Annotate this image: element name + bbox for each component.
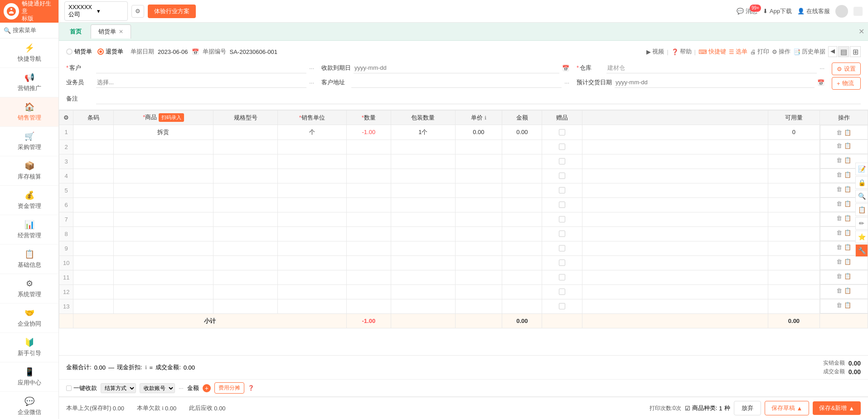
delete-icon[interactable]: 🗑 [836, 215, 842, 224]
delete-icon[interactable]: 🗑 [836, 287, 842, 296]
action-choose[interactable]: ☰ 选单 [729, 48, 747, 56]
delete-icon[interactable]: 🗑 [836, 273, 842, 282]
cash-discount-info[interactable]: ℹ [145, 365, 147, 371]
rfloat-copy[interactable]: 📋 [855, 203, 868, 216]
customer-address-input[interactable] [351, 77, 562, 88]
user-avatar[interactable] [835, 5, 848, 18]
delete-icon[interactable]: 🗑 [836, 200, 842, 209]
close-all-icon[interactable]: ✕ [858, 28, 864, 35]
pack-qty-cell[interactable]: 1个 [391, 125, 455, 140]
customer-picker-btn[interactable]: ··· [309, 65, 314, 72]
warehouse-picker-btn[interactable]: ··· [820, 65, 824, 72]
rfloat-lock[interactable]: 🔒 [855, 176, 868, 189]
online-service-btn[interactable]: 👤 在线客服 [797, 7, 830, 15]
copy-icon[interactable]: 📋 [844, 215, 851, 224]
amount-cell[interactable]: 0.00 [502, 125, 542, 140]
rfloat-tool[interactable]: 🔧 [855, 244, 868, 257]
tab-home[interactable]: 首页 [63, 25, 89, 39]
action-print[interactable]: 🖨 打印 [750, 48, 769, 56]
copy-icon[interactable]: 📋 [844, 287, 851, 296]
sidebar-item-finance[interactable]: 💰 资金管理 [0, 186, 58, 215]
remarks-input[interactable] [96, 93, 861, 104]
sidebar-item-operations[interactable]: 📊 经营管理 [0, 215, 58, 245]
unit-price-cell[interactable]: 0.00 [455, 125, 502, 140]
delete-icon[interactable]: 🗑 [836, 186, 842, 195]
action-help[interactable]: ❓ 帮助 [671, 48, 692, 56]
rfloat-pencil[interactable]: ✏ [855, 217, 868, 230]
col-gear[interactable]: ⚙ [59, 111, 73, 125]
action-history[interactable]: 📑 历史单据 [793, 48, 825, 56]
sidebar-item-enterprise[interactable]: 🤝 企业协同 [0, 303, 58, 333]
form-logistics-btn[interactable]: + 物流 [832, 77, 861, 90]
company-selector[interactable]: XXXXXX公司 ▾ [64, 1, 128, 21]
delivery-date-calendar-icon[interactable]: 📅 [817, 79, 824, 86]
calendar-icon[interactable]: 📅 [192, 48, 199, 55]
list-view-btn[interactable]: ▤ [838, 46, 849, 57]
rfloat-edit[interactable]: 📝 [855, 163, 868, 175]
action-operate[interactable]: ⚙ 操作 [772, 48, 790, 56]
spec-cell[interactable] [213, 125, 277, 140]
sidebar-item-purchase[interactable]: 🛒 采购管理 [0, 127, 58, 156]
copy-icon[interactable]: 📋 [844, 200, 851, 209]
salesman-picker-btn[interactable]: ··· [309, 79, 314, 86]
tab-close-all[interactable]: ✕ [858, 27, 864, 36]
product-cell[interactable]: 拆贡 [113, 125, 213, 140]
sidebar-item-system[interactable]: ⚙ 系统管理 [0, 274, 58, 303]
copy-icon[interactable]: 📋 [844, 129, 851, 136]
copy-icon[interactable]: 📋 [844, 229, 851, 238]
sidebar-item-quick-nav[interactable]: ⚡ 快捷导航 [0, 39, 58, 68]
unit-cell[interactable]: 个 [277, 125, 346, 140]
expense-info[interactable]: ❓ [248, 385, 254, 391]
notification-badge[interactable]: 💬 消息 99+ [737, 7, 757, 15]
delete-icon[interactable]: 🗑 [836, 157, 842, 166]
radio-return[interactable]: 退货单 [97, 48, 123, 56]
add-payment-btn[interactable]: + [203, 384, 211, 392]
expense-split-btn[interactable]: 费用分摊 [214, 382, 244, 394]
app-download-btn[interactable]: ⬇ App下载 [763, 7, 792, 15]
copy-icon[interactable]: 📋 [844, 244, 851, 253]
delete-icon[interactable]: 🗑 [836, 129, 842, 136]
scan-button[interactable]: 扫码录入 [159, 113, 184, 122]
copy-icon[interactable]: 📋 [844, 142, 851, 151]
rfloat-star[interactable]: ⭐ [855, 231, 868, 243]
form-settings-btn[interactable]: ⚙ 设置 [832, 63, 861, 75]
topbar-settings-btn[interactable]: ⚙ [131, 5, 144, 18]
payment-date-input[interactable] [354, 63, 559, 73]
tab-close-icon[interactable]: ✕ [119, 29, 123, 35]
settlement-method-select[interactable]: 结算方式 [101, 383, 136, 393]
sidebar-search[interactable]: 🔍 搜索菜单 [0, 23, 58, 39]
copy-icon[interactable]: 📋 [844, 171, 851, 180]
salesman-input[interactable] [96, 77, 306, 88]
delete-icon[interactable]: 🗑 [836, 142, 842, 151]
trial-button[interactable]: 体验行业方案 [148, 5, 196, 18]
delete-icon[interactable]: 🗑 [836, 302, 842, 311]
action-video[interactable]: ▶ 视频 [646, 48, 664, 56]
barcode-cell[interactable] [73, 125, 113, 140]
tab-sales-order[interactable]: 销货单 ✕ [91, 24, 131, 39]
copy-icon[interactable]: 📋 [844, 258, 851, 267]
delete-icon[interactable]: 🗑 [836, 258, 842, 267]
copy-icon[interactable]: 📋 [844, 302, 851, 311]
grid-view-btn[interactable]: ⊞ [850, 46, 861, 57]
sidebar-item-basic[interactable]: 📋 基础信息 [0, 245, 58, 274]
delete-icon[interactable]: 🗑 [836, 229, 842, 238]
account-select[interactable]: 收款账号 [140, 383, 175, 393]
prev-btn[interactable]: ◀ [828, 46, 837, 57]
delivery-date-input[interactable] [615, 77, 815, 88]
product-type-checkbox[interactable]: ☑ [685, 405, 690, 412]
payment-date-calendar-icon[interactable]: 📅 [562, 65, 569, 72]
sidebar-item-sales[interactable]: 🏠 销售管理 [0, 97, 58, 127]
sidebar-item-inventory[interactable]: 📦 库存核算 [0, 156, 58, 186]
action-shortcut[interactable]: ⌨ 快捷键 [698, 48, 726, 56]
sidebar-item-guide[interactable]: 🔰 新手引导 [0, 333, 58, 362]
delete-icon[interactable]: 🗑 [836, 171, 842, 180]
delete-icon[interactable]: 🗑 [836, 244, 842, 253]
radio-sale[interactable]: 销货单 [66, 48, 92, 56]
rfloat-zoom[interactable]: 🔍 [855, 190, 868, 202]
sidebar-item-appstore[interactable]: 📱 应用中心 [0, 362, 58, 392]
overdue-info[interactable]: ℹ [162, 405, 164, 411]
save-draft-button[interactable]: 保存草稿 ▲ [765, 401, 810, 415]
customer-input[interactable] [96, 63, 306, 73]
copy-icon[interactable]: 📋 [844, 157, 851, 166]
sidebar-item-marketing[interactable]: 📢 营销推广 [0, 68, 58, 97]
